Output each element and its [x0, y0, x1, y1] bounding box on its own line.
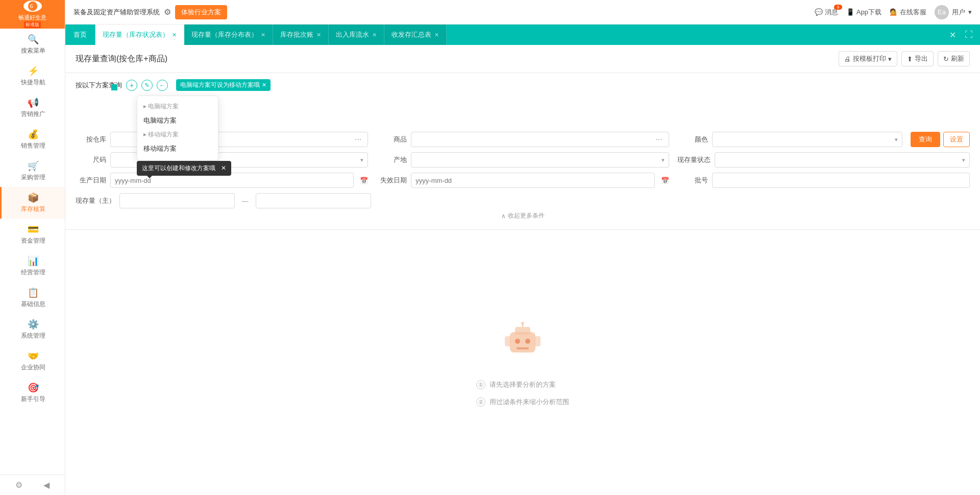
mobile-plan-item[interactable]: 移动端方案: [137, 141, 218, 156]
nav-icon: ⚡: [28, 65, 39, 77]
collapse-icon: ∧: [501, 213, 506, 220]
sidebar-item-purchase[interactable]: 🛒 采购管理: [0, 155, 65, 187]
message-btn[interactable]: 💬 消息 9: [815, 8, 838, 17]
goods-select[interactable]: ···: [411, 132, 669, 147]
refresh-icon: ↻: [943, 55, 949, 63]
sidebar-item-cooperation[interactable]: 🤝 企业协同: [0, 345, 65, 377]
collapse-row[interactable]: ∧ 收起更多条件: [76, 208, 970, 223]
sidebar-item-basic[interactable]: 📋 基础信息: [0, 282, 65, 314]
tab-inventory-status[interactable]: 现存量（库存状况表） ✕: [95, 25, 184, 45]
user-area[interactable]: Ea 用户 ▾: [935, 5, 972, 19]
sidebar-item-label: 基础信息: [21, 300, 45, 309]
edit-plan-btn[interactable]: ✎: [141, 80, 153, 91]
empty-step2-text: 用过滤条件来缩小分析范围: [489, 395, 569, 409]
top-header: 装备及固定资产辅助管理系统 ⚙ 体验行业方案 💬 消息 9 📱 App下载 💁 …: [65, 0, 980, 25]
expiry-date-input[interactable]: [411, 173, 654, 188]
goods-dots[interactable]: ···: [653, 135, 664, 144]
sidebar-item-label: 资金管理: [21, 237, 45, 245]
expiry-date-calendar-icon[interactable]: 📅: [661, 177, 669, 184]
step-num-2: ②: [476, 397, 485, 407]
purchase-icon: 🛒: [28, 160, 39, 172]
sidebar-item-guide[interactable]: 🎯 新手引导: [0, 377, 65, 409]
tab-close-4[interactable]: ✕: [372, 32, 377, 38]
print-btn[interactable]: 🖨 按模板打印 ▾: [839, 51, 897, 66]
tab-close-1[interactable]: ✕: [172, 32, 177, 38]
sidebar-item-label: 采购管理: [21, 173, 45, 182]
service-icon: 💁: [890, 8, 898, 16]
back-plan-btn[interactable]: ←: [157, 80, 168, 91]
industry-btn[interactable]: 体验行业方案: [175, 5, 227, 19]
sidebar-item-sales[interactable]: 💰 销售管理: [0, 124, 65, 155]
origin-select[interactable]: ▾: [411, 152, 669, 168]
empty-step-1: ① 请先选择要分析的方案: [476, 378, 569, 391]
warehouse-dots[interactable]: ···: [353, 135, 363, 144]
step-num-1: ①: [476, 380, 485, 389]
plan-tag-close[interactable]: ✕: [262, 82, 266, 88]
query-btn[interactable]: 查询: [911, 132, 940, 147]
color-label: 颜色: [677, 135, 708, 144]
production-date-calendar-icon[interactable]: 📅: [360, 177, 368, 184]
sidebar-item-inventory[interactable]: 📦 库存核算: [0, 187, 65, 219]
warehouse-field: 按仓库 ···: [76, 132, 368, 147]
tooltip-arrow: [147, 176, 152, 181]
tab-close-2[interactable]: ✕: [261, 32, 265, 38]
stock-status-select[interactable]: ▾: [715, 152, 970, 168]
sidebar-item-nav[interactable]: ⚡ 快捷导航: [0, 60, 65, 92]
origin-chevron: ▾: [662, 157, 665, 163]
create-tooltip-text: 这里可以创建和修改方案哦: [142, 164, 215, 172]
origin-select-wrapper: ▾: [411, 152, 669, 168]
app-download-btn[interactable]: 📱 App下载: [846, 8, 881, 17]
message-icon: 💬: [815, 8, 823, 16]
empty-state: ① 请先选择要分析的方案 ② 用过滤条件来缩小分析范围: [65, 230, 980, 495]
svg-point-4: [515, 339, 520, 344]
sidebar-item-label: 快捷导航: [21, 78, 45, 87]
tab-fullscreen-btn[interactable]: ⛶: [962, 28, 976, 42]
sidebar-item-marketing[interactable]: 📢 营销推广: [0, 92, 65, 124]
guide-icon: 🎯: [28, 382, 39, 393]
finance-icon: 💳: [28, 224, 39, 235]
filter-btn-group: 查询 设置: [911, 132, 970, 147]
color-select[interactable]: ▾: [712, 132, 902, 147]
sidebar-item-label: 销售管理: [21, 142, 45, 150]
tab-home[interactable]: 首页: [65, 25, 95, 45]
batch-label: 批号: [677, 176, 708, 185]
sidebar-item-management[interactable]: 📊 经营管理: [0, 250, 65, 282]
refresh-btn[interactable]: ↻ 刷新: [938, 51, 970, 66]
tab-close-all-btn[interactable]: ✕: [945, 28, 960, 42]
sidebar-item-system[interactable]: ⚙️ 系统管理: [0, 314, 65, 345]
tab-close-5[interactable]: ✕: [434, 32, 439, 38]
pc-plan-label: 电脑端方案: [143, 116, 177, 125]
system-icon: ⚙️: [28, 319, 39, 330]
export-btn[interactable]: ⬆ 导出: [901, 51, 934, 66]
add-plan-btn[interactable]: +: [126, 80, 137, 91]
pc-plan-item[interactable]: 电脑端方案: [137, 113, 218, 128]
sidebar-item-label: 营销推广: [21, 110, 45, 119]
stock-main-min[interactable]: [119, 193, 235, 208]
tab-inventory-dist[interactable]: 现存量（库存分布表） ✕: [184, 25, 273, 45]
message-badge: 9: [834, 5, 842, 10]
sidebar: 6 畅通好生意 标准版 🔍 搜索菜单 ⚡ 快捷导航 📢 营销推广 💰 销售管理 …: [0, 0, 65, 495]
search-icon: 🔍: [28, 34, 39, 45]
create-tooltip-close[interactable]: ✕: [221, 164, 226, 172]
batch-input[interactable]: [712, 173, 970, 188]
sidebar-item-search[interactable]: 🔍 搜索菜单: [0, 29, 65, 60]
settings-bottom-btn[interactable]: ⚙: [15, 480, 22, 490]
sidebar-item-finance[interactable]: 💳 资金管理: [0, 219, 65, 250]
expiry-date-field: 失效日期 📅: [376, 173, 669, 188]
stock-main-max[interactable]: [256, 193, 371, 208]
svg-point-5: [525, 339, 530, 344]
mobile-section-title: ▸ 移动端方案: [137, 128, 218, 141]
header-right: 💬 消息 9 📱 App下载 💁 在线客服 Ea 用户 ▾: [815, 5, 972, 19]
tab-close-3[interactable]: ✕: [316, 32, 321, 38]
tab-inventory-batch[interactable]: 库存批次账 ✕: [273, 25, 329, 45]
color-field: 颜色 ▾ 查询 设置: [677, 132, 970, 147]
svg-point-8: [521, 322, 524, 325]
online-service-btn[interactable]: 💁 在线客服: [890, 8, 926, 17]
tab-flow[interactable]: 出入库流水 ✕: [329, 25, 384, 45]
reset-btn[interactable]: 设置: [943, 132, 970, 147]
color-select-wrapper: ▾: [712, 132, 902, 147]
tab-summary[interactable]: 收发存汇总表 ✕: [384, 25, 447, 45]
expiry-date-label: 失效日期: [376, 176, 407, 185]
header-settings-icon[interactable]: ⚙: [164, 7, 171, 17]
collapse-btn[interactable]: ◀: [43, 480, 50, 490]
